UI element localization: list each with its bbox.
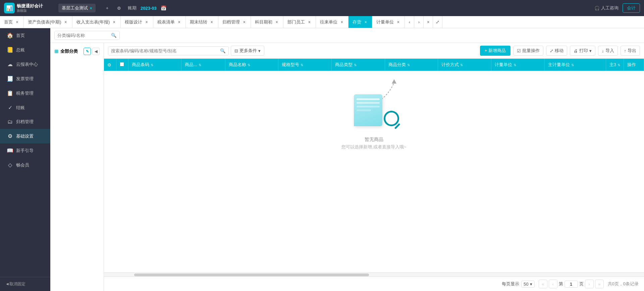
- col-type[interactable]: 商品类型⇅: [331, 59, 385, 71]
- sidebar-item-home[interactable]: 🏠 首页: [0, 28, 50, 43]
- tab-home[interactable]: 首页 ×: [0, 16, 24, 28]
- sidebar-item-close[interactable]: ✓ 结账: [0, 100, 50, 115]
- tab-dept-close-icon[interactable]: ×: [307, 20, 312, 25]
- col-spec[interactable]: 规格型号⇅: [278, 59, 332, 71]
- export-button[interactable]: ↑ 导出: [621, 46, 640, 56]
- col-checkbox[interactable]: [116, 59, 128, 71]
- tab-dept[interactable]: 部门员工 ×: [283, 16, 316, 28]
- tab-subject-close-icon[interactable]: ×: [274, 20, 279, 25]
- tab-bar: 首页 × 资产负债表(中期) × 收入支出表(年报) × 模版设计 × 税表清单…: [0, 16, 644, 28]
- tab-assets[interactable]: 资产负债表(中期) ×: [24, 16, 72, 28]
- tab-subject[interactable]: 科目期初 ×: [251, 16, 283, 28]
- account-button[interactable]: 会计: [623, 3, 640, 13]
- category-edit-button[interactable]: ✎: [84, 48, 91, 55]
- page-size-dropdown[interactable]: 50 ▾: [521, 281, 534, 288]
- col-settings[interactable]: ⚙: [104, 59, 116, 71]
- tab-inventory[interactable]: 存货 ×: [348, 16, 372, 28]
- col-name[interactable]: 商品名称⇅: [225, 59, 278, 71]
- move-icon: ⤢: [550, 48, 553, 53]
- sidebar-item-guide[interactable]: 📖 新手引导: [0, 143, 50, 158]
- headset-icon: 🎧: [594, 6, 600, 11]
- tab-contacts[interactable]: 往来单位 ×: [316, 16, 348, 28]
- tab-home-close-icon[interactable]: ×: [15, 20, 19, 25]
- sidebar-item-member[interactable]: ◇ 畅会员: [0, 158, 50, 172]
- move-label: 移动: [555, 48, 564, 54]
- add-product-button[interactable]: + 新增商品: [480, 46, 511, 56]
- sidebar-cancel-fixed[interactable]: ◄取消固定: [0, 277, 50, 291]
- magnify-glass-icon: [384, 111, 399, 126]
- sidebar-item-tax[interactable]: 📋 税务管理: [0, 86, 50, 100]
- horizontal-scrollbar[interactable]: [104, 273, 644, 277]
- scroll-thumb[interactable]: [134, 274, 369, 276]
- tab-unit[interactable]: 计量单位 ×: [372, 16, 405, 28]
- tab-income-close-icon[interactable]: ×: [112, 20, 116, 25]
- sidebar-item-ledger[interactable]: 📒 总账: [0, 43, 50, 57]
- sidebar-item-archive[interactable]: 🗂 归档管理: [0, 115, 50, 129]
- move-button[interactable]: ⤢ 移动: [546, 46, 567, 56]
- tab-template-close-icon[interactable]: ×: [144, 20, 149, 25]
- category-search-button[interactable]: 🔍: [108, 31, 119, 40]
- tab-close-all-button[interactable]: ×: [424, 16, 433, 28]
- print-button[interactable]: 🖨 打印 ▾: [570, 46, 595, 56]
- tab-period-close[interactable]: 期末结转 ×: [186, 16, 218, 28]
- tab-unit-close-icon[interactable]: ×: [396, 20, 400, 25]
- tab-income[interactable]: 收入支出表(年报) ×: [72, 16, 121, 28]
- tab-inventory-close-icon[interactable]: ×: [363, 20, 368, 25]
- col-pricing[interactable]: 计价方式⇅: [438, 59, 491, 71]
- next-page-button[interactable]: ›: [585, 280, 594, 288]
- guide-icon: 📖: [7, 147, 13, 154]
- product-search-button[interactable]: 🔍: [217, 47, 228, 55]
- import-button[interactable]: ↓ 导入: [598, 46, 618, 56]
- category-header-icons: ✎ ◀: [84, 48, 100, 55]
- col-unit[interactable]: 计量单位⇅: [491, 59, 545, 71]
- more-filters-button[interactable]: ⊟ 更多条件 ▾: [231, 46, 264, 56]
- current-page-input[interactable]: [565, 281, 578, 288]
- customer-service-button[interactable]: 🎧 人工咨询: [594, 5, 619, 11]
- calendar-icon[interactable]: 📅: [161, 5, 166, 11]
- checkbox-icon: ☑: [517, 48, 521, 53]
- invoice-icon: 🧾: [7, 76, 13, 82]
- tab-template[interactable]: 模版设计 ×: [121, 16, 153, 28]
- col-category[interactable]: 商品分类⇅: [385, 59, 438, 71]
- tab-maximize-button[interactable]: ⤢: [433, 16, 442, 28]
- sort-category-icon: ⇅: [407, 63, 410, 67]
- last-page-button[interactable]: »: [595, 280, 604, 288]
- top-bar-right: 🎧 人工咨询 会计: [594, 3, 640, 13]
- company-name: 基层工会测试: [62, 5, 88, 11]
- page-prefix: 第: [559, 281, 563, 287]
- add-tab-button[interactable]: ＋: [102, 3, 112, 13]
- tab-archive-label: 归档管理: [222, 19, 240, 25]
- category-collapse-button[interactable]: ◀: [92, 48, 100, 55]
- tab-assets-close-icon[interactable]: ×: [63, 20, 68, 25]
- tab-archive-close-icon[interactable]: ×: [242, 20, 247, 25]
- sidebar-item-tax-label: 税务管理: [16, 90, 34, 96]
- col-barcode[interactable]: 商品条码⇅: [128, 59, 181, 71]
- tab-prev-button[interactable]: ‹: [405, 16, 414, 28]
- col-extra[interactable]: 主3⇅: [606, 59, 624, 71]
- category-search-input[interactable]: [55, 31, 108, 40]
- cancel-fixed-label: ◄取消固定: [5, 281, 25, 287]
- tab-tax-close-icon[interactable]: ×: [177, 20, 181, 25]
- settings-icon[interactable]: ⚙: [114, 3, 124, 13]
- tab-period-close-icon[interactable]: ×: [209, 20, 214, 25]
- col-main-unit[interactable]: 主计量单位⇅: [544, 59, 606, 71]
- tax-icon: 📋: [7, 90, 13, 96]
- product-search-input[interactable]: [108, 47, 217, 55]
- product-search-bar: 🔍 ⊟ 更多条件 ▾: [108, 46, 477, 56]
- first-page-button[interactable]: «: [539, 280, 547, 288]
- tab-archive[interactable]: 归档管理 ×: [218, 16, 251, 28]
- sidebar-item-settings[interactable]: ⚙ 基础设置: [0, 129, 50, 143]
- sidebar-item-cloud[interactable]: ☁ 云报表中心: [0, 57, 50, 71]
- col-code[interactable]: 商品...⇅: [181, 59, 225, 71]
- category-header[interactable]: ⊞ 全部分类 ✎ ◀: [53, 46, 101, 57]
- batch-operation-button[interactable]: ☑ 批量操作: [513, 46, 543, 56]
- company-selector[interactable]: 基层工会测试 ▾: [58, 4, 96, 12]
- select-all-checkbox[interactable]: [120, 62, 124, 66]
- tab-contacts-close-icon[interactable]: ×: [339, 20, 344, 25]
- toolbar-right: + 新增商品 ☑ 批量操作 ⤢ 移动 🖨 打印: [480, 46, 640, 56]
- sidebar-item-invoice[interactable]: 🧾 发票管理: [0, 71, 50, 86]
- tab-tax[interactable]: 税表清单 ×: [153, 16, 186, 28]
- prev-page-button[interactable]: ‹: [549, 280, 557, 288]
- tab-next-button[interactable]: ›: [414, 16, 424, 28]
- archive-icon: 🗂: [7, 119, 13, 125]
